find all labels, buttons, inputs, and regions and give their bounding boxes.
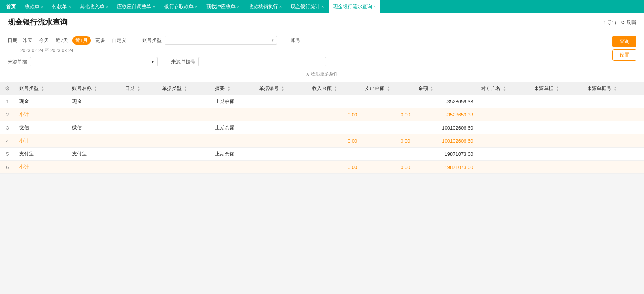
settings-button[interactable]: 设置	[612, 49, 636, 61]
row-no: 6	[0, 161, 15, 174]
data-table: ⚙ 账号类型 ▲▼ 账号名称 ▲▼ 日期 ▲▼ 单据类型 ▲▼	[0, 82, 644, 174]
nav-ar-ap-adjust-close[interactable]: ×	[153, 0, 155, 13]
nav-bank-deposit[interactable]: 银行存取款单 ×	[160, 0, 202, 13]
date-range-display: 2023-02-24 至 2023-03-24	[20, 48, 73, 53]
date-opt-custom[interactable]: 自定义	[110, 36, 129, 45]
sort-account-name-icon: ▲▼	[94, 86, 97, 92]
table-row[interactable]: 5支付宝支付宝上期余额19871073.60	[0, 148, 644, 161]
nav-receipt[interactable]: 收款单 ×	[20, 0, 48, 13]
nav-cash-bank-stats[interactable]: 现金银行统计 ×	[286, 0, 328, 13]
col-expense[interactable]: 支出金额 ▲▼	[361, 82, 414, 95]
table-row[interactable]: 4小计0.000.00100102606.60	[0, 134, 644, 148]
row-account-name: 支付宝	[68, 148, 121, 161]
date-opt-1month[interactable]: 近1月	[72, 36, 91, 45]
row-doc-no	[255, 134, 308, 148]
col-date[interactable]: 日期 ▲▼	[121, 82, 158, 95]
collapse-bar[interactable]: ∧ 收起更多条件	[8, 69, 636, 79]
col-account-type[interactable]: 账号类型 ▲▼	[15, 82, 68, 95]
col-source-doc[interactable]: 来源单据 ▲▼	[530, 82, 583, 95]
row-summary: 上期余额	[211, 95, 255, 108]
row-expense: 0.00	[361, 161, 414, 174]
settings-gear-icon[interactable]: ⚙	[5, 85, 10, 91]
row-account-name: 微信	[68, 121, 121, 134]
row-source-doc	[530, 121, 583, 134]
date-opt-more[interactable]: 更多	[93, 36, 107, 45]
row-date	[121, 134, 158, 148]
row-source-doc	[530, 95, 583, 108]
col-doc-type[interactable]: 单据类型 ▲▼	[158, 82, 211, 95]
right-buttons: 查询 设置	[612, 36, 636, 61]
row-summary	[211, 108, 255, 121]
date-opt-yesterday[interactable]: 昨天	[20, 36, 35, 45]
row-source-doc-no	[583, 121, 644, 134]
row-doc-type	[158, 161, 211, 174]
row-counterpart	[477, 161, 530, 174]
nav-receipt-writeoff[interactable]: 收款核销执行 ×	[244, 0, 286, 13]
row-balance: 19871073.60	[414, 148, 477, 161]
row-balance: 100102606.60	[414, 134, 477, 148]
col-summary[interactable]: 摘要 ▲▼	[211, 82, 255, 95]
nav-cash-bank-flow[interactable]: 现金银行流水查询 ×	[329, 0, 380, 13]
col-income[interactable]: 收入金额 ▲▼	[308, 82, 361, 95]
date-options: 昨天 今天 近7天 近1月 更多 自定义	[20, 36, 129, 45]
table-row[interactable]: 2小计0.000.00-3528659.33	[0, 108, 644, 121]
date-opt-today[interactable]: 今天	[37, 36, 51, 45]
row-doc-type	[158, 121, 211, 134]
row-doc-no	[255, 121, 308, 134]
nav-other-income-label: 其他收入单	[80, 0, 104, 13]
refresh-button[interactable]: ↺ 刷新	[621, 19, 636, 26]
nav-prepay-offset[interactable]: 预收冲应收单 ×	[202, 0, 244, 13]
nav-payment[interactable]: 付款单 ×	[48, 0, 75, 13]
row-summary: 上期余额	[211, 148, 255, 161]
sort-source-doc-icon: ▲▼	[556, 86, 559, 92]
nav-cash-bank-flow-close[interactable]: ×	[374, 0, 376, 13]
nav-payment-close[interactable]: ×	[68, 0, 71, 13]
nav-prepay-offset-close[interactable]: ×	[237, 0, 239, 13]
date-opt-7days[interactable]: 近7天	[53, 36, 70, 45]
nav-receipt-writeoff-close[interactable]: ×	[279, 0, 282, 13]
row-account-name	[68, 134, 121, 148]
nav-bank-deposit-close[interactable]: ×	[195, 0, 197, 13]
source-doc-no-input[interactable]	[198, 57, 326, 66]
table-body: 1现金现金上期余额-3528659.332小计0.000.00-3528659.…	[0, 95, 644, 174]
row-doc-type	[158, 148, 211, 161]
query-button[interactable]: 查询	[612, 36, 636, 47]
filter-row-1: 日期 昨天 今天 近7天 近1月 更多 自定义 账号类型 ▾	[8, 36, 608, 45]
nav-ar-ap-adjust[interactable]: 应收应付调整单 ×	[113, 0, 159, 13]
table-row[interactable]: 3微信微信上期余额100102606.60	[0, 121, 644, 134]
row-counterpart	[477, 95, 530, 108]
col-doc-no[interactable]: 单据编号 ▲▼	[255, 82, 308, 95]
row-account-type: 支付宝	[15, 148, 68, 161]
export-button[interactable]: ↑ 导出	[603, 19, 617, 26]
row-account-type: 小计	[15, 108, 68, 121]
col-source-doc-no[interactable]: 来源单据号 ▲▼	[583, 82, 644, 95]
nav-cash-bank-stats-close[interactable]: ×	[321, 0, 324, 13]
row-source-doc-no	[583, 161, 644, 174]
account-type-select[interactable]: ▾	[165, 36, 277, 45]
sort-doc-no-icon: ▲▼	[281, 86, 284, 92]
account-ellipsis-button[interactable]: ...	[303, 36, 312, 44]
source-doc-select[interactable]: ▾	[30, 57, 158, 66]
row-account-type: 小计	[15, 161, 68, 174]
col-gear[interactable]: ⚙	[0, 82, 15, 95]
row-summary: 上期余额	[211, 121, 255, 134]
table-row[interactable]: 1现金现金上期余额-3528659.33	[0, 95, 644, 108]
nav-cash-bank-stats-label: 现金银行统计	[291, 0, 320, 13]
nav-receipt-close[interactable]: ×	[41, 0, 43, 13]
nav-home[interactable]: 首页	[2, 0, 20, 13]
row-account-name	[68, 161, 121, 174]
row-no: 4	[0, 134, 15, 148]
sort-doc-type-icon: ▲▼	[184, 86, 187, 92]
col-balance[interactable]: 余额 ▲▼	[414, 82, 477, 95]
row-expense	[361, 148, 414, 161]
nav-other-income-close[interactable]: ×	[106, 0, 108, 13]
row-counterpart	[477, 134, 530, 148]
row-summary	[211, 134, 255, 148]
col-account-name[interactable]: 账号名称 ▲▼	[68, 82, 121, 95]
sort-summary-icon: ▲▼	[227, 86, 230, 92]
nav-other-income[interactable]: 其他收入单 ×	[75, 0, 113, 13]
collapse-label: 收起更多条件	[311, 71, 338, 77]
table-row[interactable]: 6小计0.000.0019871073.60	[0, 161, 644, 174]
col-counterpart[interactable]: 对方户名 ▲▼	[477, 82, 530, 95]
nav-payment-label: 付款单	[52, 0, 67, 13]
